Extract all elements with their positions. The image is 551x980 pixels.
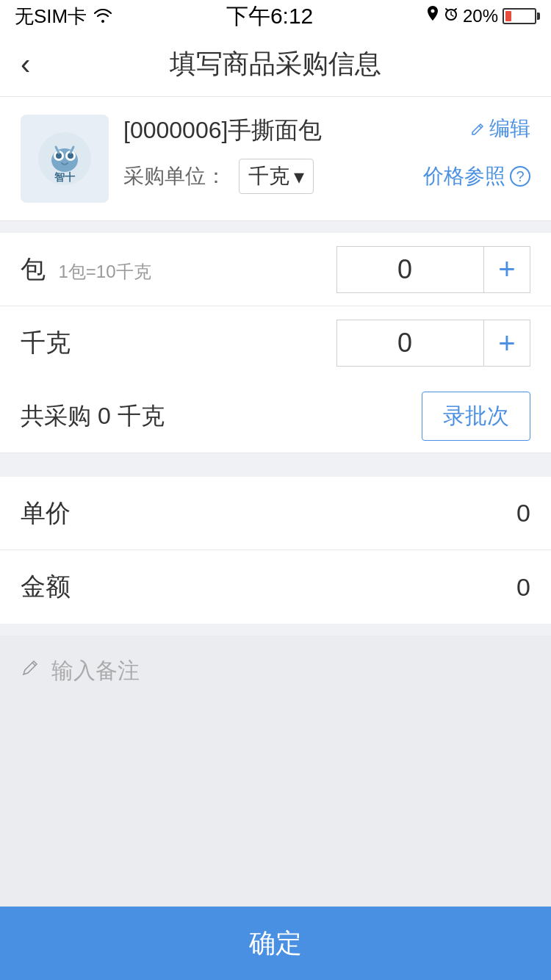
quantity-section: 包 1包=10千克 + 千克 +	[0, 233, 551, 380]
product-name: [0000006]手撕面包	[123, 115, 322, 147]
unit-select[interactable]: 千克 ▾	[239, 159, 314, 194]
alarm-icon	[444, 6, 458, 26]
bao-input-row: 包 1包=10千克 +	[0, 233, 551, 306]
svg-text:智十: 智十	[54, 171, 76, 183]
battery-pct: 20%	[463, 6, 498, 26]
kg-input-wrap: +	[336, 320, 530, 367]
amount-value: 0	[516, 573, 530, 602]
bao-sublabel: 1包=10千克	[58, 262, 151, 281]
scrollable-content: 智十 [0000006]手撕面包 编辑	[0, 97, 551, 980]
pencil-icon	[21, 658, 41, 684]
bao-plus-button[interactable]: +	[483, 246, 530, 293]
product-unit-row: 采购单位： 千克 ▾ 价格参照 ?	[123, 159, 530, 194]
product-card: 智十 [0000006]手撕面包 编辑	[0, 97, 551, 221]
edit-button[interactable]: 编辑	[470, 115, 530, 143]
amount-label: 金额	[21, 570, 71, 604]
status-right: 20%	[426, 6, 536, 26]
battery-fill	[505, 11, 511, 21]
total-text: 共采购 0 千克	[21, 400, 165, 433]
notes-section[interactable]: 输入备注	[0, 635, 551, 707]
unit-price-value: 0	[516, 499, 530, 527]
nav-bar: ‹ 填写商品采购信息	[0, 32, 551, 97]
status-left: 无SIM卡	[15, 4, 113, 29]
dropdown-icon: ▾	[294, 165, 304, 189]
total-section: 共采购 0 千克 录批次	[0, 380, 551, 453]
kg-qty-input[interactable]	[336, 320, 483, 367]
divider-2	[0, 453, 551, 465]
bao-input-wrap: +	[336, 246, 530, 293]
product-thumbnail: 智十	[21, 115, 109, 203]
location-icon	[426, 6, 439, 26]
confirm-bar: 确定	[0, 907, 551, 980]
price-ref-button[interactable]: 价格参照 ?	[423, 162, 530, 190]
kg-input-row: 千克 +	[0, 306, 551, 380]
amount-row: 金额 0	[0, 550, 551, 624]
bao-label: 包 1包=10千克	[21, 253, 151, 287]
carrier-label: 无SIM卡	[15, 4, 87, 29]
wifi-icon	[93, 5, 113, 28]
help-icon: ?	[510, 166, 530, 187]
page-title: 填写商品采购信息	[170, 46, 381, 82]
price-section: 单价 0 金额 0	[0, 477, 551, 624]
back-button[interactable]: ‹	[21, 48, 30, 81]
unit-selector-group: 采购单位： 千克 ▾	[123, 159, 314, 194]
confirm-button[interactable]: 确定	[0, 907, 551, 980]
status-time: 下午6:12	[226, 1, 313, 32]
bao-qty-input[interactable]	[336, 246, 483, 293]
kg-label: 千克	[21, 326, 71, 360]
divider-1	[0, 221, 551, 233]
product-header: [0000006]手撕面包 编辑	[123, 115, 530, 147]
unit-label: 采购单位：	[123, 165, 226, 187]
batch-button[interactable]: 录批次	[422, 392, 530, 441]
content-fill-area	[0, 707, 551, 912]
unit-price-label: 单价	[21, 497, 71, 530]
notes-placeholder: 输入备注	[51, 656, 140, 686]
product-info: [0000006]手撕面包 编辑 采购单位： 千克	[123, 115, 530, 194]
unit-price-row: 单价 0	[0, 477, 551, 550]
status-bar: 无SIM卡 下午6:12 20%	[0, 0, 551, 32]
battery-icon	[503, 8, 536, 24]
kg-plus-button[interactable]: +	[483, 320, 530, 367]
